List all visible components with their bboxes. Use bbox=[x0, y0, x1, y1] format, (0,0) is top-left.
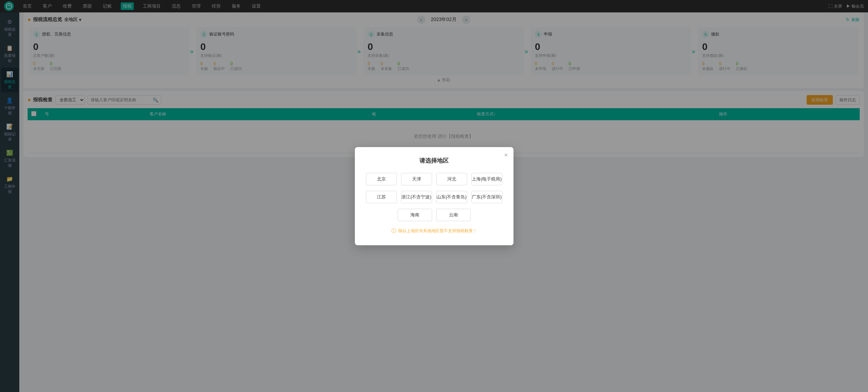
modal-close-button[interactable]: × bbox=[504, 152, 508, 158]
region-btn-shanghai[interactable]: 上海(电子税局) bbox=[471, 173, 502, 185]
region-btn-guangdong[interactable]: 广东(不含深圳) bbox=[471, 191, 502, 203]
region-grid-row2: 江苏 浙江(不含宁波) 山东(不含青岛) 广东(不含深圳) bbox=[366, 191, 502, 203]
region-grid-row3: 海南 云南 bbox=[366, 209, 502, 221]
region-btn-jiangsu[interactable]: 江苏 bbox=[366, 191, 397, 203]
modal-title: 请选择地区 bbox=[366, 157, 502, 165]
modal-warning: ⓘ 除以上地区外其他地区暂不支持报税检查！ bbox=[366, 228, 502, 234]
warning-icon: ⓘ bbox=[391, 228, 396, 234]
region-grid-row1: 北京 天津 河北 上海(电子税局) bbox=[366, 173, 502, 185]
region-btn-yunnan[interactable]: 云南 bbox=[436, 209, 471, 221]
region-btn-hainan[interactable]: 海南 bbox=[398, 209, 432, 221]
region-btn-beijing[interactable]: 北京 bbox=[366, 173, 397, 185]
region-select-modal: × 请选择地区 北京 天津 河北 上海(电子税局) 江苏 浙江(不含宁波) 山东… bbox=[355, 147, 513, 245]
modal-overlay[interactable]: × 请选择地区 北京 天津 河北 上海(电子税局) 江苏 浙江(不含宁波) 山东… bbox=[0, 0, 868, 392]
region-btn-shandong[interactable]: 山东(不含青岛) bbox=[436, 191, 467, 203]
region-btn-zhejiang[interactable]: 浙江(不含宁波) bbox=[401, 191, 432, 203]
region-btn-tianjin[interactable]: 天津 bbox=[401, 173, 432, 185]
region-btn-hebei[interactable]: 河北 bbox=[436, 173, 467, 185]
warning-text: 除以上地区外其他地区暂不支持报税检查！ bbox=[398, 228, 477, 234]
